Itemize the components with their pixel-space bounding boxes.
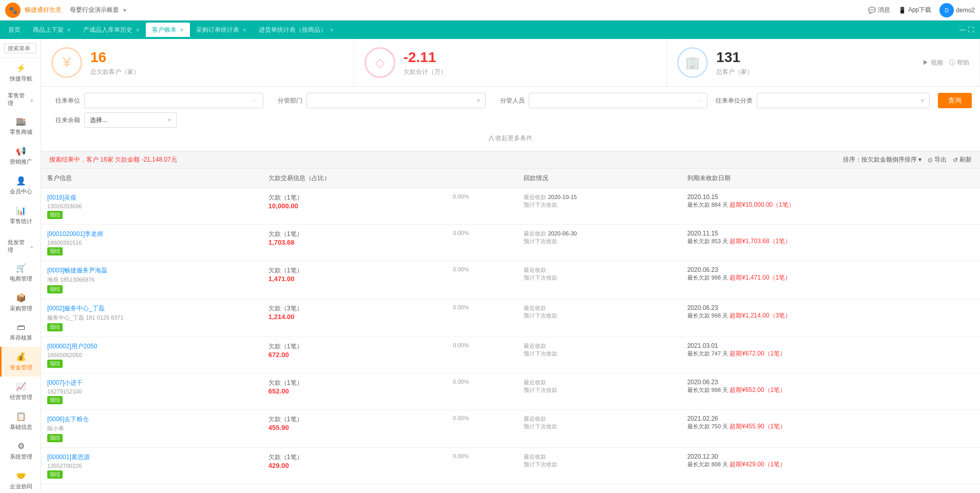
stat-top-actions: ▶ 视频 ⓘ 帮助 [923,58,969,67]
tab-close-customer[interactable]: ✕ [180,27,184,33]
sidebar-item-inventory[interactable]: 🗃 库存核算 [0,318,41,347]
cell-debt-info-2: 欠款（1笔） 1,471.00 [262,261,447,299]
next-collect-7: 预计下次收款 [524,461,675,468]
filter-department-input[interactable]: ▾ [306,93,486,108]
tab-close-production[interactable]: ✕ [136,27,140,33]
recent-collect-label-1: 最近收款 [524,230,546,236]
overdue-link-6[interactable]: 超期¥455.90（1笔） [729,423,786,430]
debt-amount-label: 欠款合计（万） [403,68,447,76]
overdue-link-7[interactable]: 超期¥429.00（1笔） [729,461,786,468]
tab-minimize-icon[interactable]: — [959,26,966,33]
customer-name-2[interactable]: [0003]畅捷服务尹海蕊 [47,266,256,275]
cell-customer-info-2: [0003]畅捷服务尹海蕊 海燕 18513066976 现结 [41,261,262,299]
due-date-value-4: 2021.03.01 [687,342,974,349]
sort-label: 排序：按欠款金额倒序排序 ▾ [843,155,921,164]
customer-name-1[interactable]: [0001020001]李老师 [47,230,256,239]
refresh-icon: ↺ [953,156,958,164]
sidebar-item-batch-mgmt[interactable]: 批发管理 ▲ [0,234,41,258]
tab-close-incoming[interactable]: ✕ [330,27,334,33]
overdue-link-5[interactable]: 超期¥652.00（1笔） [729,386,786,393]
sidebar-item-ecommerce[interactable]: 🛒 电商管理 [0,258,41,288]
due-date-value-7: 2020.12.30 [687,453,974,460]
query-button[interactable]: 查询 [938,93,972,108]
debt-amount-7[interactable]: 429.00 [268,462,440,469]
debt-amount-0[interactable]: 10,000.00 [268,202,440,210]
messages-btn[interactable]: 💬 消息 [868,6,890,14]
filter-from-unit: 往来单位 ··· [49,93,263,108]
menu-search-input[interactable] [4,43,36,53]
sidebar-item-member-center[interactable]: 👤 会员中心 [0,171,41,201]
sidebar-item-retail-stats[interactable]: 📊 零售统计 [0,201,41,230]
unit-cat-dropdown-icon: ▾ [921,97,924,104]
filter-department: 分管部门 ▾ [272,93,486,108]
filter-from-unit-input[interactable]: ··· [84,93,263,108]
overdue-link-2[interactable]: 超期¥1,471.00（1笔） [729,274,791,281]
cell-collect-4: 最近收款 预计下次收款 [517,337,681,373]
debt-amount-5[interactable]: 652.00 [268,387,440,395]
sidebar-item-enterprise-collab[interactable]: 🤝 企业协同 [0,466,41,493]
filter-person-input[interactable]: ··· [529,93,708,108]
overdue-days-4: 最长欠款 747 天 [687,350,730,357]
customer-tag-0: 现结 [47,211,63,219]
tab-home[interactable]: 首页 [2,23,27,37]
tab-production-history[interactable]: 产成品入库单历史 ✕ [77,23,146,37]
sidebar-item-marketing[interactable]: 📢 营销推广 [0,141,41,171]
cell-customer-info-5: [0007]小进干 18279152100 现结 [41,373,262,410]
inventory-icon: 🗃 [17,323,25,332]
sidebar-item-finance[interactable]: 💰 资金管理 [0,347,41,377]
refresh-btn[interactable]: ↺ 刷新 [953,155,972,164]
tab-close-products[interactable]: ✕ [67,27,71,33]
sidebar-item-base-info[interactable]: 📋 基础信息 [0,406,41,436]
debt-amount-2[interactable]: 1,471.00 [268,275,440,283]
overdue-link-3[interactable]: 超期¥1,214.00（3笔） [729,312,791,319]
export-btn[interactable]: ⊙ 导出 [928,155,947,164]
customer-name-4[interactable]: [000002]用户2050 [47,342,256,351]
sidebar-item-system-mgmt[interactable]: ⚙ 系统管理 [0,436,41,466]
debt-amount-1[interactable]: 1,703.68 [268,239,440,246]
tab-expand-icon[interactable]: ⛶ [968,26,974,33]
sidebar-item-purchase-mgmt[interactable]: 📦 采购管理 [0,288,41,318]
debt-percent-5: 0.00% [453,379,511,385]
cell-due-date-6: 2021.02.26 最长欠款 750 天 超期¥455.90（1笔） [681,410,980,448]
filter-unit-category-input[interactable]: ▾ [757,93,930,108]
debt-amount-6[interactable]: 455.90 [268,424,440,431]
debt-amount-4[interactable]: 672.00 [268,351,440,359]
logo-area: 🐾 畅捷通好生意 母婴行业演示账套 ▾ [5,3,126,18]
overdue-link-1[interactable]: 超期¥1,703.68（1笔） [729,238,791,245]
filter-balance-input[interactable]: 选择... ▾ [84,112,177,128]
app-download-btn[interactable]: 📱 App下载 [898,6,931,14]
tab-close-purchase[interactable]: ✕ [242,27,246,33]
customer-name-5[interactable]: [0007]小进干 [47,379,256,387]
tab-purchase-order[interactable]: 采购订单统计表 ✕ [190,23,253,37]
next-collect-5: 预计下次收款 [524,386,675,394]
customer-name-6[interactable]: [0006]去下粮仓 [47,415,256,424]
sidebar-item-retail-mall[interactable]: 🏬 零售商城 [0,111,41,141]
recent-date-1: 2020-06-30 [548,230,577,236]
debt-percent-1: 0.00% [453,230,511,236]
sort-dropdown-icon[interactable]: ▾ [918,156,921,163]
sidebar-item-quick-nav[interactable]: ⚡ 快捷导航 [0,58,41,88]
help-btn[interactable]: ⓘ 帮助 [949,58,969,67]
debt-count-6: 欠款（1笔） [268,415,440,424]
overdue-link-4[interactable]: 超期¥672.00（1笔） [729,350,786,357]
cell-debt-percent-7: 0.00% [447,448,517,484]
tab-customer-account[interactable]: 客户账本 ✕ [146,23,190,37]
filter-collapse-btn[interactable]: ⋀ 收起更多条件 [49,132,972,145]
sidebar-item-operations[interactable]: 📈 经营管理 [0,377,41,406]
company-dropdown-icon[interactable]: ▾ [123,7,126,14]
tab-products-off[interactable]: 商品上下架 ✕ [27,23,77,37]
due-date-value-5: 2020.06.23 [687,379,974,386]
tab-incoming-stats[interactable]: 进货单统计表（按商品） ✕ [253,23,340,37]
debt-amount-3[interactable]: 1,214.00 [268,313,440,321]
table-row: [0003]畅捷服务尹海蕊 海燕 18513066976 现结 欠款（1笔） 1… [41,261,980,299]
user-menu[interactable]: D demo2 [939,3,975,17]
video-btn[interactable]: ▶ 视频 [923,58,943,67]
cell-customer-info-0: [0016]吴俊 13026203696 现结 [41,188,262,225]
customer-name-0[interactable]: [0016]吴俊 [47,193,256,202]
customer-name-7[interactable]: [000001]黄思源 [47,453,256,462]
sidebar-item-retail-mgmt[interactable]: 零售管理 ▲ [0,88,41,111]
cell-due-date-3: 2020.06.23 最长欠款 998 天 超期¥1,214.00（3笔） [681,299,980,337]
customer-name-3[interactable]: [0002]服务中心_丁磊 [47,304,256,313]
top-right-area: 💬 消息 📱 App下载 D demo2 [868,3,975,17]
overdue-link-0[interactable]: 超期¥10,000.00（1笔） [729,201,795,208]
